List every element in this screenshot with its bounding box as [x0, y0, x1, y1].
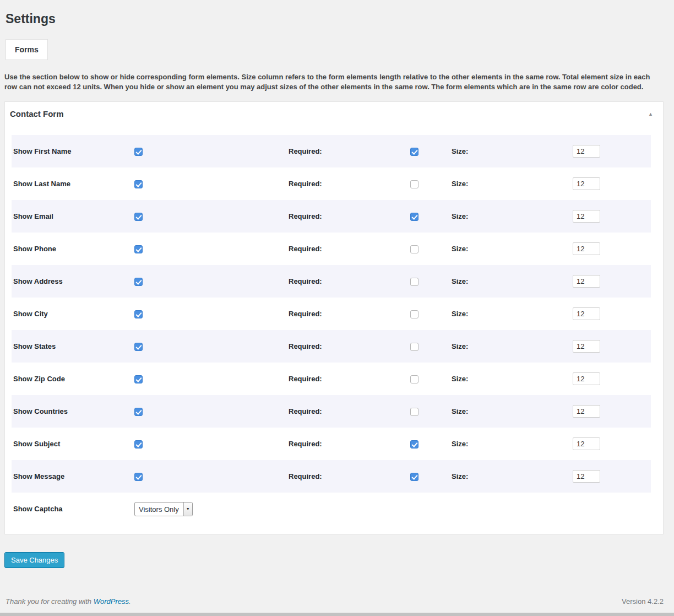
required-checkbox-cell	[410, 472, 452, 482]
show-checkbox[interactable]	[134, 408, 143, 416]
form-row: Show Subject Required: Size:	[12, 428, 651, 460]
required-checkbox[interactable]	[410, 213, 418, 221]
row-label: Show Countries	[12, 407, 134, 415]
size-input[interactable]	[573, 470, 600, 483]
captcha-row: Show Captcha Visitors Only ▼	[12, 493, 651, 525]
show-checkbox-cell	[134, 179, 289, 189]
size-input[interactable]	[573, 405, 600, 418]
required-checkbox[interactable]	[410, 473, 418, 481]
show-checkbox-cell	[134, 374, 289, 384]
row-label: Show States	[12, 342, 134, 350]
required-checkbox[interactable]	[410, 408, 418, 416]
required-checkbox-cell	[410, 179, 452, 189]
required-checkbox[interactable]	[410, 440, 418, 449]
row-label: Show First Name	[12, 147, 134, 155]
size-input-cell	[573, 177, 651, 190]
required-checkbox[interactable]	[410, 343, 418, 351]
show-checkbox[interactable]	[134, 473, 143, 481]
required-label: Required:	[289, 212, 410, 220]
show-checkbox[interactable]	[134, 343, 143, 351]
contact-form-panel-header: Contact Form ▲	[5, 102, 663, 125]
form-row: Show States Required: Size:	[12, 330, 651, 363]
show-checkbox[interactable]	[134, 375, 143, 383]
size-label: Size:	[452, 375, 573, 383]
size-input[interactable]	[573, 210, 600, 223]
size-input[interactable]	[573, 145, 600, 158]
show-checkbox[interactable]	[134, 245, 143, 253]
size-label: Size:	[452, 180, 573, 188]
captcha-select-value: Visitors Only	[135, 502, 183, 516]
required-checkbox-cell	[410, 342, 452, 352]
form-row: Show Email Required: Size:	[12, 200, 651, 233]
form-row: Show Phone Required: Size:	[12, 233, 651, 265]
required-label: Required:	[289, 180, 410, 188]
required-checkbox[interactable]	[410, 245, 418, 253]
row-label: Show Captcha	[12, 505, 134, 513]
size-label: Size:	[452, 407, 573, 415]
required-label: Required:	[289, 277, 410, 285]
panel-title: Contact Form	[10, 109, 64, 118]
required-checkbox[interactable]	[410, 148, 418, 156]
contact-form-panel-body: Show First Name Required: Size: Show Las…	[5, 125, 663, 534]
size-input[interactable]	[573, 177, 600, 190]
size-input[interactable]	[573, 307, 600, 320]
show-checkbox[interactable]	[134, 180, 143, 188]
show-checkbox[interactable]	[134, 310, 143, 318]
size-input-cell	[573, 340, 651, 353]
contact-form-panel: Contact Form ▲ Show First Name Required:…	[4, 101, 664, 534]
required-checkbox-cell	[410, 277, 452, 287]
show-checkbox[interactable]	[134, 213, 143, 221]
show-checkbox[interactable]	[134, 440, 143, 449]
chevron-down-icon: ▼	[183, 502, 192, 516]
required-label: Required:	[289, 375, 410, 383]
show-checkbox-cell	[134, 277, 289, 287]
save-button[interactable]: Save Changes	[4, 552, 64, 568]
wordpress-link[interactable]: WordPress	[94, 597, 129, 606]
required-checkbox-cell	[410, 147, 452, 156]
size-input[interactable]	[573, 372, 600, 385]
required-label: Required:	[289, 245, 410, 253]
size-input-cell	[573, 470, 651, 483]
footer: Thank you for creating with WordPress. V…	[0, 597, 674, 606]
footer-thanks-suffix: .	[129, 597, 131, 606]
form-row: Show Message Required: Size:	[12, 460, 651, 493]
size-input-cell	[573, 307, 651, 320]
footer-version: Version 4.2.2	[622, 597, 664, 606]
required-checkbox[interactable]	[410, 375, 418, 383]
size-input-cell	[573, 372, 651, 385]
row-label: Show Phone	[12, 245, 134, 253]
tab-bar: Forms	[6, 39, 664, 60]
required-checkbox-cell	[410, 309, 452, 319]
required-checkbox[interactable]	[410, 180, 418, 188]
required-label: Required:	[289, 407, 410, 415]
required-checkbox-cell	[410, 374, 452, 384]
size-input[interactable]	[573, 242, 600, 255]
size-label: Size:	[452, 212, 573, 220]
size-label: Size:	[452, 440, 573, 448]
show-checkbox-cell	[134, 147, 289, 156]
size-input[interactable]	[573, 340, 600, 353]
row-label: Show Last Name	[12, 180, 134, 188]
collapse-triangle-icon[interactable]: ▲	[646, 110, 655, 118]
required-checkbox[interactable]	[410, 310, 418, 318]
required-label: Required:	[289, 147, 410, 155]
size-input-cell	[573, 275, 651, 288]
captcha-select[interactable]: Visitors Only ▼	[134, 502, 193, 516]
size-input[interactable]	[573, 437, 600, 450]
size-input-cell	[573, 437, 651, 450]
required-checkbox[interactable]	[410, 278, 418, 286]
form-row: Show Address Required: Size:	[12, 265, 651, 298]
required-checkbox-cell	[410, 244, 452, 254]
size-input[interactable]	[573, 275, 600, 288]
show-checkbox[interactable]	[134, 148, 143, 156]
show-checkbox[interactable]	[134, 278, 143, 286]
row-label: Show City	[12, 310, 134, 318]
captcha-select-cell: Visitors Only ▼	[134, 502, 289, 516]
settings-description: Use the section below to show or hide co…	[4, 72, 660, 92]
size-input-cell	[573, 210, 651, 223]
show-checkbox-cell	[134, 472, 289, 482]
required-label: Required:	[289, 342, 410, 350]
tab-forms[interactable]: Forms	[6, 39, 48, 60]
required-checkbox-cell	[410, 212, 452, 221]
size-input-cell	[573, 405, 651, 418]
